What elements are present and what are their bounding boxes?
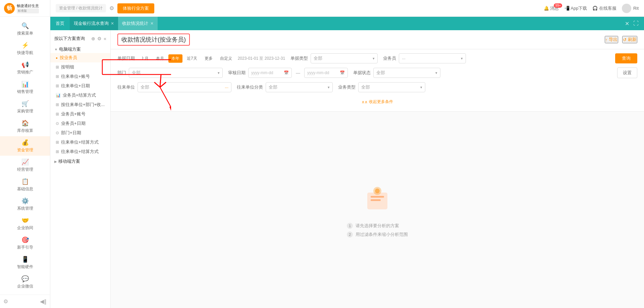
sidebar-label-marketing: 营销推广 — [17, 69, 33, 75]
sidebar-label-wechat: 企业微信 — [17, 284, 33, 289]
query-btn[interactable]: 查询 — [615, 53, 637, 63]
business-type-select[interactable]: 全部 ▾ — [358, 82, 425, 92]
left-panel-title: 按以下方案查询 — [54, 36, 89, 42]
app-icon: 📲 — [564, 6, 570, 11]
sidebar-collapse-btn[interactable]: ◀‖ — [40, 298, 47, 305]
sidebar-item-marketing[interactable]: 📢 营销推广 — [0, 58, 50, 78]
tab-collection[interactable]: 收款情况统计 ✕ — [118, 17, 158, 30]
tree-item-counterpart-account[interactable]: ⊞ 往来单位+账号 — [50, 72, 110, 81]
svg-rect-7 — [371, 196, 384, 198]
type-label: 单据类型 — [290, 55, 308, 61]
online-service-btn[interactable]: 🎧 在线客服 — [592, 5, 616, 11]
fullscreen-btn[interactable]: ⛶ — [633, 20, 639, 27]
sidebar-item-system[interactable]: ⚙️ 系统管理 — [0, 195, 50, 214]
tree-group-pc[interactable]: ▼ 电脑端方案 — [50, 44, 110, 53]
sidebar-item-vip[interactable]: ♛ 畅会员 — [0, 292, 50, 295]
empty-state: 1 请先选择要分析的方案 2 用过滤条件来缩小分析范围 — [111, 112, 644, 308]
topbar-right: 🔔 消息 99+ 📲 App下载 🎧 在线客服 Rit — [544, 4, 639, 13]
app-download-btn[interactable]: 📲 App下载 — [564, 5, 587, 11]
sidebar-item-hardware[interactable]: 📱 智能硬件 — [0, 253, 50, 272]
business-type-chevron-icon: ▾ — [420, 85, 422, 90]
tree-group-mobile[interactable]: ▶ 移动端方案 — [50, 156, 110, 165]
sidebar-label-inventory: 库存核算 — [17, 128, 33, 134]
tab-home[interactable]: 首页 — [50, 17, 70, 30]
tree-item-by-detail[interactable]: ⊞ 按明细 — [50, 62, 110, 72]
empty-tip-2: 2 用过滤条件来缩小分析范围 — [347, 232, 408, 238]
status-select[interactable]: 全部 ▾ — [373, 68, 440, 78]
sidebar-item-basic[interactable]: 📋 基础信息 — [0, 175, 50, 195]
tab-home-label: 首页 — [56, 20, 64, 27]
sidebar-label-purchase: 采购管理 — [17, 108, 33, 114]
empty-tips: 1 请先选择要分析的方案 2 用过滤条件来缩小分析范围 — [347, 223, 408, 238]
export-btn[interactable]: ↑ 导出 — [605, 36, 619, 43]
tree-item-label-by-detail: 按明细 — [61, 64, 74, 70]
user-area[interactable]: Rit — [622, 4, 639, 13]
salesperson-select[interactable]: ··· ▾ — [399, 53, 466, 63]
sidebar-label-basic: 基础信息 — [17, 186, 33, 192]
date-pill-this-year[interactable]: 本年 — [168, 54, 182, 63]
date-pill-last-month[interactable]: 上月 — [138, 54, 152, 63]
svg-rect-8 — [371, 199, 381, 201]
sidebar-item-operation[interactable]: 📈 经营管理 — [0, 156, 50, 175]
tab-collection-close[interactable]: ✕ — [150, 21, 154, 26]
date-dash: — — [296, 70, 300, 75]
trial-btn[interactable]: 体验行业方案 — [117, 3, 154, 13]
tree-item-counterpart-settlement1[interactable]: ⊞ 往来单位+结算方式 — [50, 138, 110, 147]
setting-btn[interactable]: 设置 — [617, 67, 637, 78]
counterpart-more-icon[interactable]: ··· — [225, 85, 228, 90]
date-pill-last7[interactable]: 近7天 — [184, 54, 200, 63]
sidebar-item-search-menu[interactable]: 🔍 搜索菜单 — [0, 19, 50, 39]
collapse-panel-btn[interactable]: « — [104, 36, 106, 41]
business-type-text: 全部 — [361, 84, 370, 90]
sidebar-item-quick-nav[interactable]: ⚡ 快捷导航 — [0, 39, 50, 58]
sidebar-item-sales[interactable]: 📊 销售管理 — [0, 78, 50, 97]
tree-item-salesperson-account[interactable]: ⊞ 业务员+账号 — [50, 109, 110, 119]
sidebar-item-enterprise[interactable]: 🤝 企业协同 — [0, 214, 50, 234]
sidebar-item-finance[interactable]: 💰 资金管理 — [0, 136, 50, 156]
basic-icon: 📋 — [21, 178, 29, 185]
sidebar-label-guide: 新手引导 — [17, 245, 33, 250]
tab-bank[interactable]: 现金银行流水查询 ✕ — [70, 17, 118, 30]
quick-nav-icon: ⚡ — [21, 42, 29, 49]
sidebar-item-purchase[interactable]: 🛒 采购管理 — [0, 97, 50, 117]
tree-item-dept-date[interactable]: ⊙ 部门+日期 — [50, 128, 110, 138]
tree-item-counterpart-dept[interactable]: ⊞ 按往来单位+部门+收... — [50, 100, 110, 109]
salesperson-account-icon: ⊞ — [56, 112, 59, 116]
tree-item-counterpart-settlement2[interactable]: ⊞ 往来单位+结算方式 — [50, 147, 110, 156]
tree-item-salesperson-date[interactable]: ⊙ 业务员+日期 — [50, 119, 110, 128]
date-pill-this-month[interactable]: 本月 — [153, 54, 167, 63]
date-pill-custom[interactable]: 自定义 — [217, 54, 235, 63]
sidebar-nav: 🔍 搜索菜单 ⚡ 快捷导航 📢 营销推广 📊 销售管理 🛒 采购管理 🏠 库存核… — [0, 17, 50, 295]
counterpart-category-select[interactable]: 全部 ▾ — [266, 82, 333, 92]
scheme-settings-btn[interactable]: ⚙ — [97, 36, 102, 41]
sidebar-settings-btn[interactable]: ⚙ — [3, 298, 8, 305]
sidebar-item-inventory[interactable]: 🏠 库存核算 — [0, 117, 50, 136]
message-btn[interactable]: 🔔 消息 99+ — [544, 5, 559, 11]
add-scheme-btn[interactable]: ⊕ — [91, 36, 95, 41]
logo-icon: 畅 — [4, 3, 15, 14]
tree-item-by-salesperson[interactable]: ● 按业务员 — [50, 53, 110, 62]
dept-select[interactable]: 全部 ▾ — [129, 68, 223, 78]
type-select-text: 全部 — [314, 55, 322, 61]
business-type-field: 业务类型 全部 ▾ — [338, 82, 425, 92]
tab-bank-close[interactable]: ✕ — [111, 21, 114, 26]
audit-end-input[interactable]: yyyy-mm-dd 📅 — [304, 68, 348, 78]
tree-item-salesperson-settlement[interactable]: 📊 业务员+结算方式 — [50, 91, 110, 100]
sidebar-item-wechat[interactable]: 💬 企业微信 — [0, 272, 50, 292]
collapse-bar[interactable]: ∧∧ 收起更多条件 — [117, 96, 637, 107]
close-window-btn[interactable]: ✕ — [625, 20, 629, 27]
counterpart-category-chevron-icon: ▾ — [328, 85, 330, 90]
sidebar-item-guide[interactable]: 🎯 新手引导 — [0, 234, 50, 253]
page-title-box: 收款情况统计(按业务员) — [117, 34, 190, 46]
date-pill-more[interactable]: 更多 — [202, 54, 216, 63]
counterpart-select[interactable]: 全部 ··· — [138, 82, 231, 92]
type-select[interactable]: 全部 ▾ — [311, 53, 378, 63]
settings-icon[interactable]: ⚙ — [109, 5, 114, 11]
status-chevron-icon: ▾ — [435, 71, 437, 75]
setting-btn-group: 设置 — [617, 67, 637, 78]
audit-start-input[interactable]: yyyy-mm-dd 📅 — [248, 68, 292, 78]
refresh-btn[interactable]: ↺ 刷新 — [622, 36, 637, 43]
tab-collection-label: 收款情况统计 — [122, 20, 148, 27]
tree-item-counterpart-date[interactable]: ⊞ 往来单位+日期 — [50, 81, 110, 91]
counterpart-date-icon: ⊞ — [56, 84, 59, 88]
